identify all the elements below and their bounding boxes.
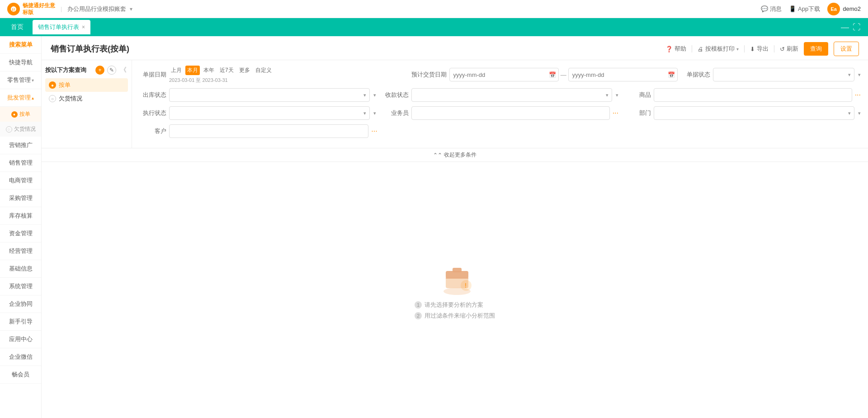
settings-label: 设置 [840, 45, 852, 53]
salesperson-field-box[interactable] [411, 106, 610, 120]
query-btn[interactable]: 查询 [804, 42, 828, 56]
stock-select[interactable]: 全部 未出库 部分出库 已出库 [169, 88, 370, 102]
date-tab-current-year[interactable]: 本年 [202, 66, 216, 75]
message-label: 消息 [770, 5, 782, 13]
tab-bar-actions: — ⛶ [841, 23, 861, 32]
sidebar-item-sales[interactable]: 销售管理 [0, 154, 41, 172]
message-action[interactable]: 💬 消息 [761, 5, 782, 13]
tab-close-icon[interactable]: × [82, 24, 85, 30]
print-dropdown-icon[interactable]: ▾ [736, 47, 739, 52]
sidebar-item-basic[interactable]: 基础信息 [0, 260, 41, 278]
exec-select[interactable]: 全部 执行中 已完成 [169, 106, 370, 120]
help-label: 帮助 [675, 45, 686, 53]
sidebar-item-operations[interactable]: 经营管理 [0, 242, 41, 260]
top-bar-right: 💬 消息 📱 App下载 Ea demo2 [761, 3, 861, 15]
dept-label: 部门 [624, 109, 651, 117]
app-label: App下载 [798, 5, 820, 13]
print-icon: 🖨 [698, 46, 703, 52]
sidebar-item-finance[interactable]: 资金管理 [0, 225, 41, 242]
date-tab-more[interactable]: 更多 [237, 66, 252, 75]
user-name[interactable]: demo2 [843, 5, 861, 12]
logo-icon: 好 [7, 3, 20, 15]
collapse-scheme-btn[interactable]: 《 [119, 66, 128, 75]
filter-status-field: 单据状态 全部 待审核 已审核 已作废 ▾ [683, 68, 861, 81]
sidebar-sub-debt[interactable]: ○ 欠货情况 [0, 122, 41, 137]
sidebar-quick-nav[interactable]: 快捷导航 [0, 54, 41, 71]
tip-num-2: 2 [415, 312, 422, 319]
payment-expand-icon[interactable]: ▾ [616, 92, 618, 98]
filter-scheme-actions: + ✎ 《 [95, 66, 128, 75]
date-from-wrap: 📅 [449, 68, 559, 81]
sidebar: 搜索菜单 快捷导航 零售管理 ▾ 批发管理 ▴ ● 按单 ○ 欠货情况 营销推广… [0, 36, 42, 418]
sidebar-item-retail[interactable]: 零售管理 ▾ [0, 71, 41, 89]
sidebar-item-system[interactable]: 系统管理 [0, 278, 41, 295]
date-tab-current-month[interactable]: 本月 [185, 66, 200, 75]
collapse-label: 收起更多条件 [444, 151, 476, 159]
help-icon: ❓ [665, 46, 673, 52]
expected-date-range: 📅 — 📅 [449, 68, 678, 81]
sidebar-item-newbie[interactable]: 新手引导 [0, 313, 41, 331]
sidebar-item-wholesale[interactable]: 批发管理 ▴ [0, 89, 41, 107]
dept-expand-icon[interactable]: ▾ [858, 110, 861, 116]
refresh-btn[interactable]: ↺ 刷新 [780, 45, 798, 53]
sidebar-item-wechat[interactable]: 企业微信 [0, 348, 41, 366]
filter-panel: 按以下方案查询 + ✎ 《 ● 按单 ○ 欠货情况 [42, 60, 868, 148]
print-btn[interactable]: 🖨 按模板打印 ▾ [698, 45, 739, 53]
customer-field-box[interactable] [169, 124, 368, 138]
help-btn[interactable]: ❓ 帮助 [665, 45, 686, 53]
sidebar-item-purchase[interactable]: 采购管理 [0, 190, 41, 207]
filter-exec-field: 执行状态 全部 执行中 已完成 ▾ [139, 106, 376, 120]
topbar-dropdown-icon[interactable]: ▾ [130, 6, 132, 12]
sidebar-item-marketing[interactable]: 营销推广 [0, 137, 41, 154]
stock-expand-icon[interactable]: ▾ [373, 92, 376, 98]
sidebar-item-ecommerce[interactable]: 电商管理 [0, 172, 41, 190]
order-dot: ● [11, 111, 18, 118]
window-minimize-btn[interactable]: — [841, 23, 849, 32]
scheme-debt-label: 欠货情况 [59, 95, 82, 103]
exec-expand-icon[interactable]: ▾ [373, 110, 376, 116]
window-maximize-btn[interactable]: ⛶ [853, 23, 861, 32]
date-tab-last7[interactable]: 近7天 [218, 66, 236, 75]
sidebar-sub-order[interactable]: ● 按单 [0, 107, 41, 122]
product-ellipsis[interactable]: ··· [855, 91, 861, 99]
date-from-input[interactable] [449, 68, 559, 81]
status-select[interactable]: 全部 待审核 已审核 已作废 [713, 68, 854, 81]
date-tab-custom[interactable]: 自定义 [254, 66, 274, 75]
page-header-actions: ❓ 帮助 🖨 按模板打印 ▾ ⬇ 导出 ↺ 刷新 [665, 42, 859, 56]
tab-sales-order[interactable]: 销售订单执行表 × [33, 20, 90, 34]
app-download-action[interactable]: 📱 App下载 [789, 5, 820, 13]
edit-scheme-btn[interactable]: ✎ [107, 66, 116, 75]
page-header: 销售订单执行表(按单) ❓ 帮助 🖨 按模板打印 ▾ ⬇ 导出 [42, 36, 868, 60]
logo-area[interactable]: 好 畅捷通好生意 标版 [7, 2, 55, 15]
date-to-input[interactable] [568, 68, 678, 81]
sidebar-search[interactable]: 搜索菜单 [0, 36, 41, 54]
sidebar-item-inventory[interactable]: 库存核算 [0, 207, 41, 225]
scheme-order[interactable]: ● 按单 [45, 78, 128, 92]
filter-dept-field: 部门 ▾ [624, 106, 861, 120]
salesperson-ellipsis[interactable]: ··· [613, 109, 618, 117]
add-scheme-btn[interactable]: + [95, 66, 104, 75]
date-tab-last-month[interactable]: 上月 [169, 66, 184, 75]
stock-select-wrap: 全部 未出库 部分出库 已出库 [169, 88, 370, 102]
collapse-bar[interactable]: ⌃⌃ 收起更多条件 [42, 148, 868, 162]
product-field-box[interactable] [654, 88, 852, 102]
settings-btn[interactable]: 设置 [834, 42, 859, 56]
customer-ellipsis[interactable]: ··· [371, 127, 377, 135]
stock-label: 出库状态 [139, 91, 166, 99]
tab-home[interactable]: 首页 [4, 18, 31, 36]
status-select-wrap: 全部 待审核 已审核 已作废 [713, 68, 854, 81]
filter-payment-field: 收款状态 全部 未收款 部分收款 已收款 ▾ [382, 88, 618, 102]
calendar-from-icon: 📅 [549, 71, 556, 78]
sidebar-item-appstore[interactable]: 应用中心 [0, 331, 41, 348]
export-btn[interactable]: ⬇ 导出 [750, 45, 769, 53]
tip-text-2: 用过滤条件来缩小分析范围 [425, 312, 495, 320]
scheme-debt[interactable]: ○ 欠货情况 [45, 92, 128, 105]
sidebar-item-member[interactable]: 畅会员 [0, 366, 41, 384]
dept-select[interactable] [654, 106, 854, 120]
status-expand-icon[interactable]: ▾ [858, 72, 861, 78]
payment-select[interactable]: 全部 未收款 部分收款 已收款 [411, 88, 612, 102]
filter-row-2: 出库状态 全部 未出库 部分出库 已出库 ▾ [139, 88, 861, 102]
refresh-icon: ↺ [780, 46, 785, 52]
sidebar-item-enterprise[interactable]: 企业协同 [0, 295, 41, 313]
user-area[interactable]: Ea demo2 [827, 3, 861, 15]
